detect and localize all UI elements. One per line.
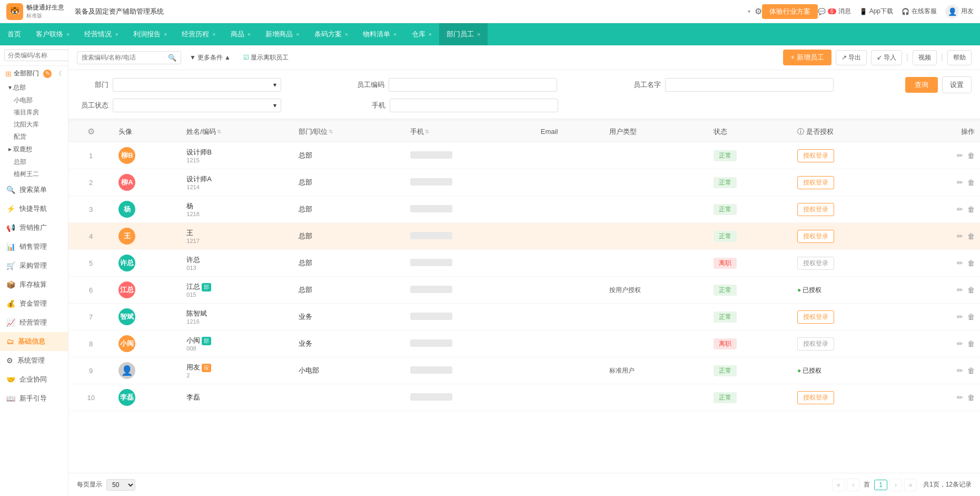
edit-icon[interactable]: ✏ [957,151,963,160]
delete-icon[interactable]: 🗑 [967,393,975,402]
nav-tab-仓库[interactable]: 仓库× [404,23,439,45]
add-employee-button[interactable]: + 新增员工 [783,50,831,65]
th-phone[interactable]: 手机 ⇅ [405,121,536,142]
delete-icon[interactable]: 🗑 [967,286,975,294]
tab-close-icon[interactable]: × [248,31,251,37]
edit-icon[interactable]: ✏ [957,178,963,187]
prev-page-btn[interactable]: ‹ [847,479,859,491]
nav-tab-物料清单[interactable]: 物料清单× [355,23,404,45]
edit-icon[interactable]: ✏ [957,393,963,402]
nav-tab-客户联络[interactable]: 客户联络× [28,23,77,45]
nav-tab-利润报告[interactable]: 利润报告× [126,23,174,45]
view-button[interactable]: 视频 [913,50,937,65]
auth-btn[interactable]: 授权登录 [797,176,834,189]
last-page-btn[interactable]: » [904,479,917,491]
edit-icon[interactable]: ✏ [957,205,963,213]
settings-icon[interactable]: ⚙ [755,6,762,16]
sidebar-item-经营管理[interactable]: 📈经营管理 [0,313,68,332]
filter-dept-select[interactable]: ▾ [113,78,281,92]
sidebar-item-快捷导航[interactable]: ⚡快捷导航 [0,199,68,218]
dept-item-总部[interactable]: 总部 [0,156,68,168]
online-service-btn[interactable]: 🎧 在线客服 [902,7,937,16]
edit-icon[interactable]: ✏ [957,232,963,240]
sidebar-search-input[interactable] [4,50,68,61]
th-dept[interactable]: 部门/职位 ⇅ [293,121,405,142]
trial-button[interactable]: 体验行业方案 [762,4,818,19]
tab-close-icon[interactable]: × [212,31,215,37]
th-settings[interactable]: ⚙ [68,121,113,142]
dept-item-沈阳大库[interactable]: 沈阳大库 [0,119,68,131]
delete-icon[interactable]: 🗑 [967,366,975,375]
edit-icon[interactable]: ✏ [957,339,963,348]
dept-item-配货[interactable]: 配货 [0,131,68,143]
delete-icon[interactable]: 🗑 [967,313,975,321]
nav-tab-经营情况[interactable]: 经营情况× [77,23,125,45]
sidebar-item-企业协同[interactable]: 🤝企业协同 [0,370,68,389]
tab-close-icon[interactable]: × [429,31,432,37]
nav-tab-部门员工[interactable]: 部门员工× [439,23,488,45]
import-button[interactable]: ↙ 导入 [871,50,902,65]
auth-btn[interactable]: 授权登录 [797,310,834,324]
edit-icon[interactable]: ✏ [957,366,963,375]
nav-tab-经营历程[interactable]: 经营历程× [174,23,223,45]
next-page-btn[interactable]: › [889,479,902,491]
export-button[interactable]: ↗ 导出 [836,50,867,65]
dept-tree-header[interactable]: ⊞全部部门✎《 [0,66,68,81]
delete-icon[interactable]: 🗑 [967,178,975,187]
filter-phone-input[interactable] [390,99,558,112]
user-avatar-btn[interactable]: 👤 用友 [945,5,974,18]
sidebar-item-资金管理[interactable]: 💰资金管理 [0,294,68,313]
delete-icon[interactable]: 🗑 [967,339,975,348]
auth-btn[interactable]: 授权登录 [797,149,834,162]
current-page[interactable]: 1 [874,480,887,490]
sidebar-item-采购管理[interactable]: 🛒采购管理 [0,256,68,275]
auth-btn-resigned[interactable]: 授权登录 [797,257,834,270]
dept-item-小电部[interactable]: 小电部 [0,94,68,106]
dept-item-植树王二[interactable]: 植树王二 [0,168,68,180]
edit-icon[interactable]: ✏ [957,313,963,321]
delete-icon[interactable]: 🗑 [967,232,975,240]
tab-close-icon[interactable]: × [66,31,70,37]
edit-icon[interactable]: ✏ [957,259,963,267]
auth-btn[interactable]: 授权登录 [797,230,834,243]
query-button[interactable]: 查询 [905,77,938,93]
auth-btn[interactable]: 授权登录 [797,203,834,216]
tab-close-icon[interactable]: × [115,31,118,37]
filter-empname-input[interactable] [665,78,834,92]
tab-close-icon[interactable]: × [345,31,348,37]
reset-button[interactable]: 设置 [942,76,972,93]
notification-btn[interactable]: 💬 6 消息 [818,7,851,16]
filter-empcode-input[interactable] [389,78,557,92]
auth-btn[interactable]: 授权登录 [797,391,834,404]
tab-close-icon[interactable]: × [164,31,167,37]
app-download-btn[interactable]: 📱 App下载 [859,7,893,16]
th-name-code[interactable]: 姓名/编码 ⇅ [181,121,293,142]
filter-status-select[interactable]: ▾ [113,99,281,112]
show-resigned-toggle[interactable]: ☑ 显示离职员工 [239,51,293,64]
sidebar-item-系统管理[interactable]: ⚙系统管理 [0,351,68,370]
nav-tab-首页[interactable]: 首页 [0,23,28,45]
tab-close-icon[interactable]: × [296,31,299,37]
nav-tab-新增商品[interactable]: 新增商品× [258,23,306,45]
per-page-select[interactable]: 50 20 100 [106,479,135,491]
dept-item-▸ 双鹿想[interactable]: ▸ 双鹿想 [0,143,68,156]
sidebar-item-库存核算[interactable]: 📦库存核算 [0,275,68,294]
sidebar-item-新手引导[interactable]: 📖新手引导 [0,389,68,408]
nav-tab-商品[interactable]: 商品× [223,23,258,45]
sidebar-item-基础信息[interactable]: 🗂基础信息 [0,332,68,351]
sidebar-item-营销推广[interactable]: 📢营销推广 [0,218,68,237]
nav-tab-条码方案[interactable]: 条码方案× [307,23,355,45]
auth-btn-resigned[interactable]: 授权登录 [797,337,834,351]
delete-icon[interactable]: 🗑 [967,151,975,160]
more-filter-btn[interactable]: ▼ 更多条件 ▲ [185,51,235,64]
dept-item-项目库房[interactable]: 项目库房 [0,106,68,119]
sidebar-item-销售管理[interactable]: 📊销售管理 [0,237,68,256]
delete-icon[interactable]: 🗑 [967,205,975,213]
help-button[interactable]: 帮助 [947,50,972,65]
tab-close-icon[interactable]: × [393,31,397,37]
dept-item-▾ 总部[interactable]: ▾ 总部 [0,81,68,94]
edit-icon[interactable]: ✏ [957,286,963,294]
first-page-btn[interactable]: « [832,479,845,491]
system-dropdown-icon[interactable]: ▾ [748,8,750,14]
sidebar-item-搜索菜单[interactable]: 🔍搜索菜单 [0,180,68,199]
